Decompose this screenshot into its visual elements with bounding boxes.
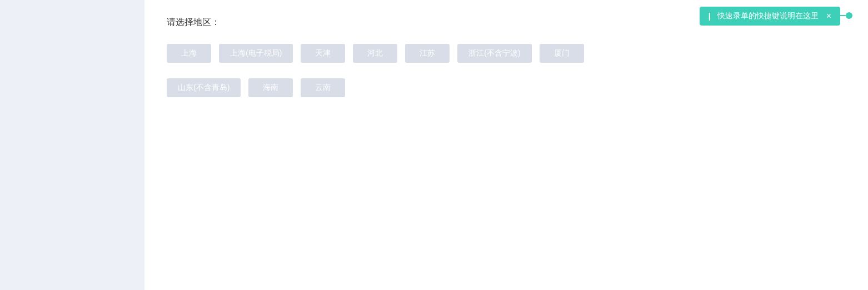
tooltip-close-button[interactable]: ×: [826, 12, 831, 21]
region-btn-xiamen[interactable]: 厦门: [540, 44, 584, 63]
sidebar: [0, 0, 144, 290]
region-btn-tianjin[interactable]: 天津: [301, 44, 345, 63]
region-btn-hebei[interactable]: 河北: [353, 44, 397, 63]
region-btn-yunnan[interactable]: 云南: [301, 78, 345, 97]
tooltip-banner: 快速录单的快捷键说明在这里 ×: [700, 7, 840, 26]
region-btn-hainan[interactable]: 海南: [248, 78, 293, 97]
region-btn-shanghai-etax[interactable]: 上海(电子税局): [219, 44, 293, 63]
region-btn-shandong[interactable]: 山东(不含青岛): [167, 78, 241, 97]
tooltip-text: 快速录单的快捷键说明在这里: [717, 11, 819, 21]
region-btn-jiangsu[interactable]: 江苏: [405, 44, 450, 63]
main-content: 请选择地区： 上海 上海(电子税局) 天津 河北 江苏 浙江(不含宁波) 厦门 …: [144, 0, 868, 290]
tooltip-connector-dot: [846, 12, 852, 19]
region-buttons: 上海 上海(电子税局) 天津 河北 江苏 浙江(不含宁波) 厦门 山东(不含青岛…: [167, 44, 846, 97]
region-btn-zhejiang[interactable]: 浙江(不含宁波): [457, 44, 531, 63]
region-btn-shanghai[interactable]: 上海: [167, 44, 211, 63]
